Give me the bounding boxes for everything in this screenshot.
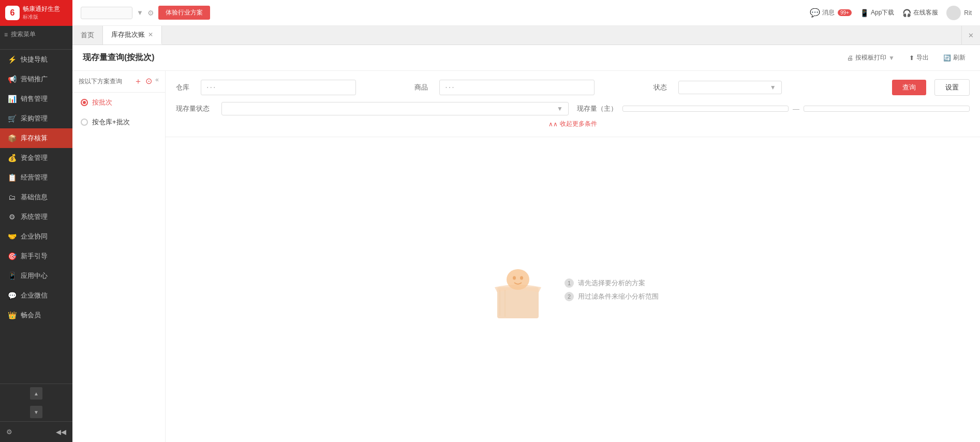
tab-inventory-batch-label: 库存批次账 [111, 30, 145, 39]
inventory-amount-from[interactable] [622, 106, 789, 112]
search-row-1: 仓库 ··· 商品 ··· 状态 ▼ [176, 79, 970, 96]
print-template-button[interactable]: 🖨 按模板打印 ▼ [843, 51, 899, 64]
messages-button[interactable]: 💬 消息 99+ [810, 8, 852, 18]
sidebar-item-inventory[interactable]: 📦 库存核算 [0, 128, 72, 148]
chevron-down-icon-2: ▼ [557, 105, 563, 112]
collapse-conditions-button[interactable]: ∧∧ 收起更多条件 [176, 115, 970, 128]
sidebar-search-area[interactable]: ≡ 搜索菜单 [0, 26, 72, 50]
search-menu-icon: ≡ [4, 31, 8, 38]
inventory-status-field: 现存量状态 ▼ [176, 102, 569, 115]
svg-point-2 [513, 276, 516, 279]
sidebar-item-basic[interactable]: 🗂 基础信息 [0, 187, 72, 207]
inventory-amount-to[interactable] [804, 106, 970, 112]
settings-scheme-icon[interactable]: ⊙ [145, 76, 152, 87]
query-button[interactable]: 查询 [892, 80, 926, 95]
print-template-label: 按模板打印 [855, 53, 886, 62]
headset-icon: 🎧 [902, 9, 911, 17]
online-service-button[interactable]: 🎧 在线客服 [902, 8, 938, 17]
messages-label: 消息 [822, 8, 835, 17]
user-profile-button[interactable]: Rit [946, 6, 972, 20]
search-area: 仓库 ··· 商品 ··· 状态 ▼ [166, 71, 980, 137]
scroll-up-btn[interactable]: ▲ [30, 387, 42, 400]
sidebar-item-label: 销售管理 [21, 94, 48, 104]
refresh-button[interactable]: 🔄 刷新 [939, 51, 970, 64]
print-dropdown-icon[interactable]: ▼ [888, 54, 895, 62]
sidebar-item-business[interactable]: 📋 经营管理 [0, 168, 72, 187]
content-area: 按以下方案查询 ＋ ⊙ « 按批次 按仓库+批次 [72, 71, 980, 442]
tabs-bar: 首页 库存批次账 ✕ ✕ [72, 26, 980, 45]
sidebar-item-wechat[interactable]: 💬 企业微信 [0, 286, 72, 305]
sidebar-header: 6 畅康通好生意 标准版 [0, 0, 72, 26]
sidebar-item-finance[interactable]: 💰 资金管理 [0, 148, 72, 168]
sidebar-item-collab[interactable]: 🤝 企业协同 [0, 227, 72, 246]
refresh-icon: 🔄 [943, 54, 951, 62]
sidebar-item-system[interactable]: ⚙ 系统管理 [0, 207, 72, 227]
empty-state: 1 请先选择要分析的方案 2 用过滤条件来缩小分析范围 [166, 137, 980, 442]
warehouse-label: 仓库 [176, 83, 197, 92]
warehouse-input[interactable]: ··· [201, 80, 356, 95]
guide-icon: 🎯 [7, 252, 17, 261]
online-service-label: 在线客服 [913, 8, 938, 17]
member-icon: 👑 [7, 311, 17, 320]
header-actions: 🖨 按模板打印 ▼ ⬆ 导出 🔄 刷新 [843, 51, 970, 64]
tab-inventory-batch[interactable]: 库存批次账 ✕ [103, 26, 162, 45]
warehouse-dots: ··· [206, 83, 216, 92]
page-title: 现存量查询(按批次) [83, 52, 155, 63]
hint-item-2: 2 用过滤条件来缩小分析范围 [565, 292, 659, 301]
add-scheme-icon[interactable]: ＋ [134, 76, 142, 87]
filter-panel: 按以下方案查询 ＋ ⊙ « 按批次 按仓库+批次 [72, 71, 166, 442]
svg-point-1 [507, 269, 529, 290]
settings-icon[interactable]: ⚙ [4, 426, 14, 438]
system-icon: ⚙ [7, 212, 17, 222]
range-dash: — [793, 105, 799, 113]
filter-item-batch[interactable]: 按批次 [72, 93, 165, 112]
sidebar-item-label: 系统管理 [21, 212, 48, 222]
inventory-status-select[interactable]: ▼ [221, 102, 569, 115]
sidebar-item-guide[interactable]: 🎯 新手引导 [0, 246, 72, 266]
hint-num-2: 2 [565, 292, 574, 301]
settings-button[interactable]: 设置 [934, 79, 970, 96]
tab-home-label: 首页 [81, 31, 94, 40]
sidebar-item-label: 采购管理 [21, 114, 48, 123]
export-button[interactable]: ⬆ 导出 [905, 51, 933, 64]
warehouse-field: 仓库 ··· [176, 80, 406, 95]
empty-svg [487, 264, 549, 321]
sidebar-item-quick-nav[interactable]: ⚡ 快捷导航 [0, 50, 72, 69]
product-label: 商品 [414, 83, 435, 92]
hint-text-2: 用过滤条件来缩小分析范围 [578, 292, 659, 301]
sidebar-item-purchase[interactable]: 🛒 采购管理 [0, 109, 72, 128]
sidebar-item-sales[interactable]: 📊 销售管理 [0, 89, 72, 109]
filter-item-warehouse-batch[interactable]: 按仓库+批次 [72, 112, 165, 132]
user-name: Rit [964, 9, 972, 17]
apps-icon: 📱 [7, 271, 17, 281]
sidebar-item-apps[interactable]: 📱 应用中心 [0, 266, 72, 286]
tab-home[interactable]: 首页 [72, 26, 103, 45]
sidebar-item-label: 应用中心 [21, 271, 48, 281]
sidebar-collapse-icon[interactable]: ◀◀ [54, 426, 68, 438]
sidebar-item-member[interactable]: 👑 畅会员 [0, 305, 72, 325]
topbar-dropdown-icon[interactable]: ▼ [137, 9, 143, 17]
hint-text-1: 请先选择要分析的方案 [578, 278, 645, 288]
app-download-button[interactable]: 📱 App下载 [860, 8, 894, 17]
sidebar-item-marketing[interactable]: 📢 营销推广 [0, 69, 72, 89]
try-industry-button[interactable]: 体验行业方案 [158, 6, 210, 20]
search-menu-label[interactable]: 搜索菜单 [11, 30, 36, 39]
wechat-icon: 💬 [7, 291, 17, 300]
main-area: ▼ ⚙ 体验行业方案 💬 消息 99+ 📱 App下载 🎧 在线客服 Rit [72, 0, 980, 442]
refresh-label: 刷新 [953, 53, 966, 62]
page-header: 现存量查询(按批次) 🖨 按模板打印 ▼ ⬆ 导出 🔄 刷新 [72, 45, 980, 71]
quick-nav-icon: ⚡ [7, 55, 17, 64]
app-name: 畅康通好生意 [23, 5, 60, 13]
inventory-icon: 📦 [7, 134, 17, 143]
tab-close-icon[interactable]: ✕ [148, 31, 153, 38]
status-select[interactable]: ▼ [678, 81, 782, 94]
product-input[interactable]: ··· [439, 80, 595, 95]
topbar-settings-icon[interactable]: ⚙ [147, 9, 154, 17]
app-info: 畅康通好生意 标准版 [23, 5, 60, 21]
collapse-panel-icon[interactable]: « [155, 76, 159, 87]
filter-item-warehouse-batch-label: 按仓库+批次 [92, 117, 130, 127]
close-all-button[interactable]: ✕ [961, 26, 980, 45]
topbar-search-input[interactable] [81, 7, 132, 19]
main-panel: 仓库 ··· 商品 ··· 状态 ▼ [166, 71, 980, 442]
scroll-down-btn[interactable]: ▼ [30, 406, 42, 418]
